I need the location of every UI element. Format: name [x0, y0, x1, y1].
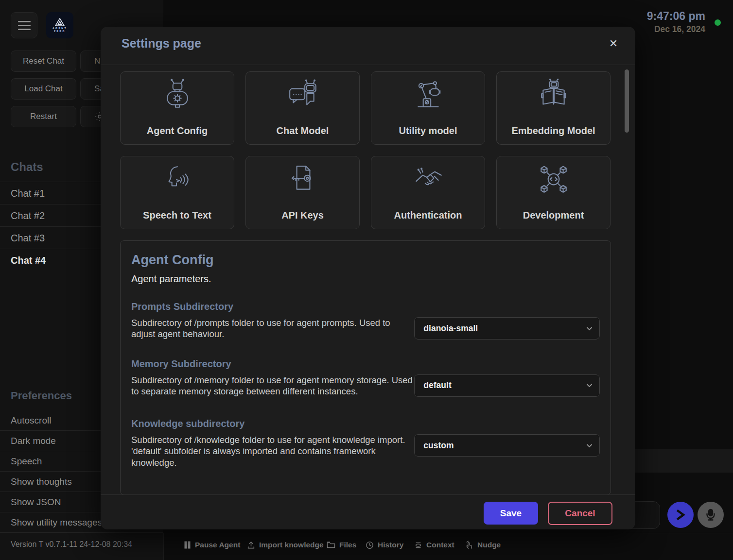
card-label: Speech to Text	[143, 210, 211, 221]
development-icon	[538, 163, 570, 195]
pause-agent-button[interactable]: Pause Agent	[184, 539, 240, 551]
agent-zero-logo: AGENT ZERO	[46, 12, 73, 38]
nudge-icon	[465, 541, 473, 549]
context-button[interactable]: Context	[414, 539, 454, 551]
modal-header-divider	[101, 65, 635, 65]
modal-footer-divider	[101, 494, 635, 495]
hamburger-menu-button[interactable]	[11, 12, 37, 38]
knowledge-subdirectory-select[interactable]: custom	[414, 434, 600, 457]
version-label: Version T v0.7.1-11 24-12-08 20:34	[11, 540, 132, 549]
agent-config-section: Agent Config Agent parameters. Prompts S…	[120, 240, 611, 495]
toolbar-divider	[0, 533, 733, 533]
status-online-dot	[715, 19, 721, 26]
modal-scrollbar[interactable]	[625, 69, 629, 133]
utility-model-icon	[412, 79, 444, 111]
card-chat-model[interactable]: Chat Model	[245, 71, 360, 145]
card-label: Agent Config	[147, 125, 208, 136]
card-label: Authentication	[394, 210, 462, 221]
close-icon[interactable]: ✕	[606, 36, 621, 51]
field-label: Memory Subdirectory	[131, 358, 600, 370]
microphone-icon	[704, 508, 717, 522]
toolbar-divider-vertical	[163, 533, 164, 560]
field-description: Subdirectory of /memory folder to use fo…	[131, 374, 414, 397]
clock-time: 9:47:06 pm	[647, 10, 705, 23]
nudge-button[interactable]: Nudge	[465, 539, 501, 551]
pause-icon	[184, 541, 191, 549]
save-button[interactable]: Save	[484, 502, 538, 525]
folder-icon	[327, 541, 335, 549]
field-description: Subdirectory of /knowledge folder to use…	[131, 434, 414, 468]
section-subtitle: Agent parameters.	[131, 273, 600, 285]
memory-subdirectory-select[interactable]: default	[414, 374, 600, 397]
send-button[interactable]	[667, 502, 694, 528]
files-button[interactable]: Files	[327, 539, 356, 551]
card-development[interactable]: Development	[496, 156, 611, 229]
reset-chat-button[interactable]: Reset Chat	[11, 51, 76, 72]
card-embedding-model[interactable]: Embedding Model	[496, 71, 611, 145]
modal-title: Settings page	[122, 36, 201, 51]
field-memory-subdirectory: Memory Subdirectory Subdirectory of /mem…	[131, 358, 600, 397]
card-label: API Keys	[281, 210, 324, 221]
logo-triangle-icon	[54, 18, 65, 27]
clock-date: Dec 16, 2024	[647, 24, 705, 34]
card-api-keys[interactable]: API Keys	[245, 156, 360, 229]
chevron-down-icon	[586, 383, 593, 388]
speech-to-text-icon	[161, 163, 193, 195]
card-speech-to-text[interactable]: Speech to Text	[120, 156, 234, 229]
card-label: Utility model	[399, 125, 457, 136]
microphone-button[interactable]	[698, 502, 724, 528]
agent-config-icon	[161, 79, 193, 111]
preferences-header: Preferences	[11, 390, 72, 402]
api-keys-icon	[287, 163, 319, 195]
logo-text-line2: ZERO	[54, 30, 66, 33]
history-button[interactable]: History	[366, 539, 403, 551]
field-label: Prompts Subdirectory	[131, 301, 600, 312]
cancel-button[interactable]: Cancel	[548, 502, 612, 525]
card-label: Embedding Model	[511, 125, 595, 136]
send-arrow-icon	[674, 509, 687, 521]
authentication-icon	[412, 163, 444, 195]
field-description: Subdirectory of /prompts folder to use f…	[131, 317, 414, 340]
chevron-down-icon	[586, 326, 593, 331]
context-icon	[414, 541, 422, 549]
prompts-subdirectory-select[interactable]: dianoia-small	[414, 317, 600, 339]
section-title: Agent Config	[131, 253, 600, 268]
chats-header: Chats	[11, 160, 43, 174]
hamburger-icon	[18, 21, 31, 22]
chevron-down-icon	[586, 443, 593, 448]
field-label: Knowledge subdirectory	[131, 418, 600, 429]
settings-modal: Settings page ✕ Agent Config	[101, 27, 635, 529]
load-chat-button[interactable]: Load Chat	[11, 78, 76, 100]
field-knowledge-subdirectory: Knowledge subdirectory Subdirectory of /…	[131, 418, 600, 468]
restart-button[interactable]: Restart	[11, 106, 76, 127]
card-utility-model[interactable]: Utility model	[371, 71, 485, 145]
history-icon	[366, 541, 374, 549]
card-label: Development	[523, 210, 584, 221]
card-agent-config[interactable]: Agent Config	[120, 71, 234, 145]
clock: 9:47:06 pm Dec 16, 2024	[647, 10, 705, 34]
import-knowledge-button[interactable]: Import knowledge	[247, 539, 324, 551]
chat-model-icon	[287, 79, 319, 111]
card-authentication[interactable]: Authentication	[371, 156, 485, 229]
upload-icon	[247, 541, 255, 549]
field-prompts-subdirectory: Prompts Subdirectory Subdirectory of /pr…	[131, 301, 600, 340]
card-label: Chat Model	[277, 125, 329, 136]
embedding-model-icon	[538, 79, 570, 111]
